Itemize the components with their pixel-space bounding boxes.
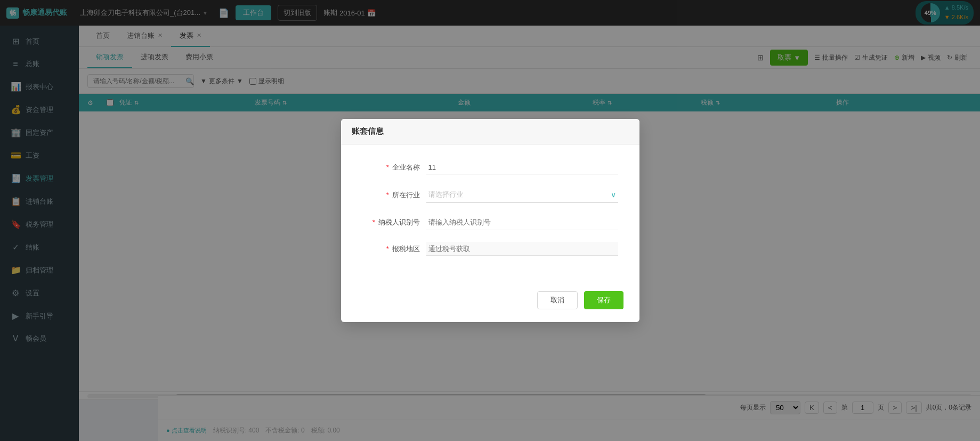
company-name-input[interactable]	[426, 161, 618, 174]
dialog-title: 账套信息	[341, 119, 639, 145]
company-name-label: * 企业名称	[362, 163, 426, 172]
required-star: *	[386, 163, 389, 171]
industry-placeholder: 请选择行业	[428, 190, 611, 199]
industry-select[interactable]: 请选择行业 ∨	[426, 187, 618, 203]
tax-region-label: * 报税地区	[362, 244, 426, 254]
tax-id-label: * 纳税人识别号	[362, 218, 426, 227]
form-row-industry: * 所在行业 请选择行业 ∨	[362, 187, 618, 203]
form-row-company: * 企业名称	[362, 161, 618, 174]
required-star-3: *	[372, 218, 375, 226]
cancel-button[interactable]: 取消	[537, 291, 578, 309]
form-row-tax-id: * 纳税人识别号	[362, 215, 618, 229]
tax-id-input[interactable]	[426, 215, 618, 229]
industry-label: * 所在行业	[362, 190, 426, 200]
tax-region-input	[426, 242, 618, 256]
save-button[interactable]: 保存	[584, 291, 623, 309]
industry-dropdown-icon: ∨	[611, 190, 616, 199]
dialog-footer: 取消 保存	[341, 285, 639, 322]
required-star-2: *	[386, 191, 389, 199]
modal-overlay: 账套信息 * 企业名称 * 所在行业 请选择行业 ∨	[0, 0, 980, 441]
account-info-dialog: 账套信息 * 企业名称 * 所在行业 请选择行业 ∨	[341, 119, 639, 322]
form-row-tax-region: * 报税地区	[362, 242, 618, 256]
dialog-body: * 企业名称 * 所在行业 请选择行业 ∨ * 纳	[341, 145, 639, 285]
required-star-4: *	[386, 245, 389, 253]
